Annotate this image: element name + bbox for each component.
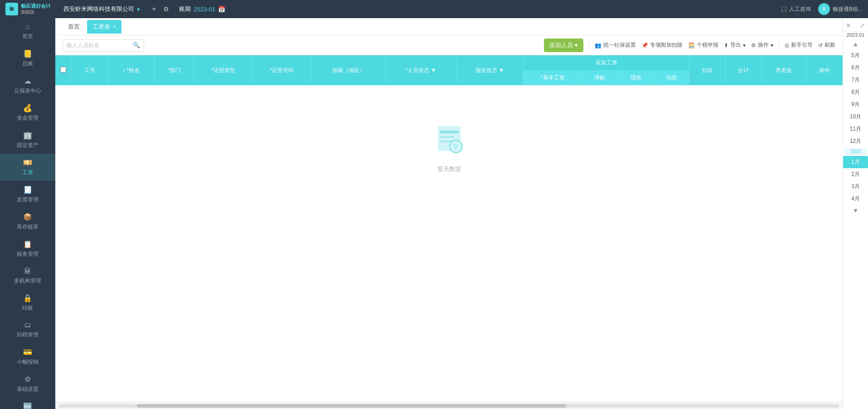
th-total: 合计 [725,55,761,85]
search-input[interactable] [67,42,130,49]
guide-btn[interactable]: ◎ 新手引导 [785,41,813,49]
month-6[interactable]: 6月 [843,62,868,74]
tab-bar: 首页 工资表 × [55,18,843,35]
th-pension: 养老金 [761,55,806,85]
month-8[interactable]: 8月 [843,86,868,98]
scroll-thumb[interactable] [137,404,566,408]
personal-tax-icon: 🧮 [688,42,695,49]
sidebar-label-close: 结账 [22,304,33,312]
month-2[interactable]: 2月 [843,168,868,180]
fixed-asset-icon: 🏢 [23,131,32,140]
sidebar-item-salary[interactable]: 💴 工资 [0,154,55,181]
sidebar-item-home[interactable]: ⌂ 首页 [0,18,55,45]
month-7[interactable]: 7月 [843,74,868,86]
settings-btn[interactable]: ⚙ [160,5,172,14]
tax-icon: 📋 [23,240,32,248]
headset-icon: 🎧 [781,6,787,12]
th-cert-no: *证照号码 [252,55,311,85]
month-4[interactable]: 4月 [843,193,868,205]
add-company-btn[interactable]: + [149,4,159,14]
prev-year-btn[interactable]: ▲ [851,39,861,49]
period-calendar-icon[interactable]: 📅 [218,6,225,13]
sidebar-item-tax[interactable]: 📋 税务管理 [0,235,55,263]
home-icon: ⌂ [25,23,30,31]
th-report-status: 报送状态 ▼ [456,55,523,85]
tab-close-icon[interactable]: × [113,24,116,29]
tab-salary-table[interactable]: 工资表 × [87,20,121,34]
th-emp-no: 工号 [72,55,107,85]
logo-area: 畅 畅应通好会计 旗舰版 [5,3,60,15]
user-menu[interactable]: B 畅捷通B组... [818,3,863,15]
content-area: 首页 工资表 × 🔍 添加人员 ▾ 👥 统一社保设置 � [55,18,843,409]
th-deduction: 扣款 [689,55,725,85]
tab-salary-label: 工资表 [92,23,110,31]
status-filter-icon[interactable]: ▼ [431,67,436,73]
cloud-icon: ☁ [24,77,31,85]
special-deduction-icon: 📌 [641,42,648,49]
special-deduction-btn[interactable]: 📌 专项附加扣除 [641,41,683,49]
special-deduction-label: 专项附加扣除 [650,41,683,49]
sidebar-item-settings[interactable]: ⚙ 基础设置 [0,370,55,398]
personal-tax-btn[interactable]: 🧮 个税申报 [688,41,718,49]
sidebar-label-expense: 小畅报销 [17,358,39,366]
app-logo: 畅 [5,3,18,15]
search-wrapper[interactable]: 🔍 [63,39,144,52]
social-security-btn[interactable]: 👥 统一社保设置 [595,41,636,49]
export-icon: ⬆ [724,42,728,49]
month-3[interactable]: 3月 [843,180,868,193]
sidebar-item-fund[interactable]: 💰 资金管理 [0,99,55,127]
right-panel-top: ✕ ⤢ [843,20,868,31]
refresh-btn[interactable]: ↺ 刷新 [818,41,835,49]
company-selector[interactable]: 西安虾米网络科技有限公司 ▾ [60,3,144,15]
sidebar-label-fund: 资金管理 [17,114,39,122]
sidebar-item-close[interactable]: 🔒 结账 [0,289,55,316]
month-1-active[interactable]: 1月 [843,156,868,168]
select-all-checkbox[interactable] [60,67,66,73]
sidebar-item-multi-org[interactable]: 🏛 多机构管理 [0,263,55,289]
scroll-bar-area [55,402,843,409]
social-security-label: 统一社保设置 [603,41,636,49]
basic-settings-icon: ⚙ [24,375,31,384]
sidebar-item-cloud-report[interactable]: ☁ 云报表中心 [0,72,55,99]
human-service-btn[interactable]: 🎧 人工咨询 [781,5,811,13]
report-filter-icon[interactable]: ▼ [499,67,504,73]
empty-text: 暂无数据 [437,165,461,173]
sidebar-item-archive[interactable]: 🗂 归档管理 [0,316,55,343]
close-panel-btn[interactable]: ✕ [846,22,851,29]
operation-btn[interactable]: ⚙ 操作 ▾ [751,41,773,49]
guide-toolbar-icon: ◎ [785,42,789,49]
separator-2 [779,42,779,49]
sidebar-item-inventory[interactable]: 📦 库存核算 [0,208,55,235]
sidebar-item-guide[interactable]: 🆕 新手引导 [0,398,55,409]
sidebar-item-fixed-asset[interactable]: 🏢 固定资产 [0,127,55,154]
app-name: 畅应通好会计 [21,3,51,9]
sidebar-item-invoice[interactable]: 🧾 发票管理 [0,181,55,208]
month-12[interactable]: 12月 [843,135,868,147]
scroll-track[interactable] [59,404,839,408]
sidebar-label-fixed-asset: 固定资产 [17,141,39,149]
sidebar-label-cloud: 云报表中心 [14,87,41,95]
sidebar-item-expense[interactable]: 💳 小畅报销 [0,343,55,370]
th-dept: *部门 [155,55,194,85]
month-5[interactable]: 5月 [843,49,868,62]
year-label: 2023 [844,148,867,155]
month-9[interactable]: 9月 [843,98,868,111]
next-year-btn[interactable]: ▼ [851,205,861,216]
export-btn[interactable]: ⬆ 导出 ▾ [724,41,746,49]
sidebar-label-invoice: 发票管理 [17,196,39,204]
fund-icon: 💰 [23,104,32,112]
tab-home[interactable]: 首页 [63,20,85,34]
sidebar-label-inventory: 库存核算 [17,223,39,231]
expand-panel-btn[interactable]: ⤢ [860,22,865,29]
salary-table: 工号 ↕ *姓名 *部门 *证照类型 *证照号码 国籍（地区） *人员状态 ▼ … [55,55,843,85]
sidebar-label-settings: 基础设置 [17,385,39,393]
month-11[interactable]: 11月 [843,123,868,135]
sidebar-item-ledger[interactable]: 📒 总账 [0,45,55,72]
expense-icon: 💳 [23,348,32,356]
table-container: 工号 ↕ *姓名 *部门 *证照类型 *证照号码 国籍（地区） *人员状态 ▼ … [55,55,843,402]
operation-label: 操作 [758,41,769,49]
add-people-btn[interactable]: 添加人员 ▾ [544,39,583,52]
th-checkbox[interactable] [55,55,72,85]
sidebar-label-home: 首页 [22,33,33,40]
month-10[interactable]: 10月 [843,111,868,123]
